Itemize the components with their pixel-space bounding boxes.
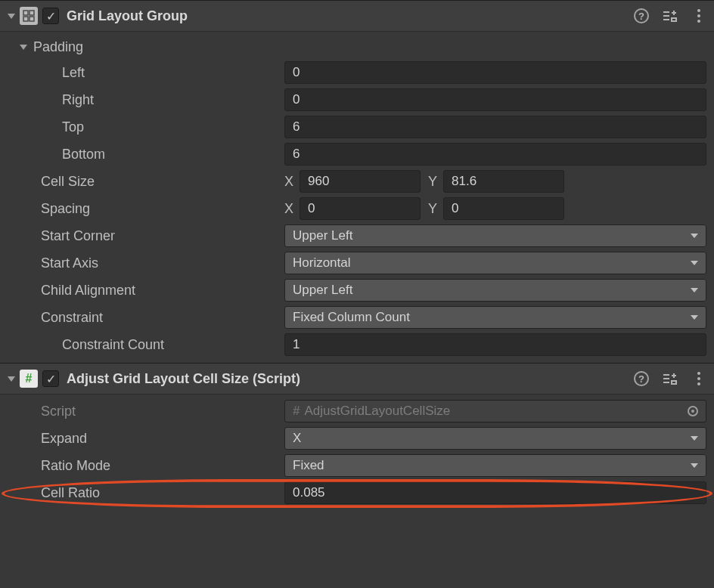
chevron-down-icon	[691, 463, 698, 468]
padding-left-label: Left	[5, 65, 284, 81]
dropdown-value: Upper Left	[293, 283, 352, 298]
component-title: Adjust Grid Layout Cell Size (Script)	[67, 371, 634, 387]
spacing-label: Spacing	[5, 201, 284, 217]
child-alignment-label: Child Alignment	[5, 283, 284, 299]
ratio-mode-dropdown[interactable]: Fixed	[284, 454, 706, 477]
padding-top-input[interactable]: 6	[284, 116, 706, 138]
foldout-icon[interactable]	[8, 14, 15, 19]
script-field-label: Script	[5, 404, 284, 419]
adjust-script-body: Script # AdjustGridLayoutCellSize Expand…	[0, 395, 714, 511]
svg-rect-3	[29, 17, 34, 21]
help-icon[interactable]: ?	[634, 8, 649, 23]
cell-ratio-label: Cell Ratio	[5, 485, 284, 501]
padding-top-label: Top	[5, 119, 284, 135]
script-icon: #	[20, 370, 38, 388]
chevron-down-icon	[691, 436, 698, 441]
dropdown-value: Horizontal	[293, 255, 351, 271]
chevron-down-icon	[691, 261, 698, 265]
script-object-value: AdjustGridLayoutCellSize	[304, 404, 450, 419]
cell-ratio-input[interactable]: 0.085	[284, 481, 706, 504]
expand-label: Expand	[5, 431, 284, 447]
child-alignment-dropdown[interactable]: Upper Left	[284, 279, 706, 302]
svg-rect-4	[672, 18, 676, 21]
ratio-mode-label: Ratio Mode	[5, 458, 284, 474]
object-picker-icon[interactable]	[688, 406, 698, 416]
cell-size-y-input[interactable]: 81.6	[443, 170, 564, 193]
grid-layout-body: Padding Left 0 Right 0 Top 6 Bottom 6 Ce…	[0, 32, 714, 363]
expand-dropdown[interactable]: X	[284, 427, 706, 450]
padding-bottom-label: Bottom	[5, 147, 284, 162]
spacing-x-label: X	[284, 201, 293, 217]
component-header-grid-layout-group[interactable]: ✓ Grid Layout Group ?	[0, 0, 714, 32]
cell-size-label: Cell Size	[5, 174, 284, 190]
padding-right-input[interactable]: 0	[284, 88, 706, 111]
component-title: Grid Layout Group	[67, 8, 634, 24]
help-icon[interactable]: ?	[634, 371, 649, 386]
cell-size-x-input[interactable]: 960	[300, 170, 421, 193]
constraint-count-label: Constraint Count	[5, 337, 284, 353]
kebab-menu-icon[interactable]	[691, 9, 706, 23]
preset-icon[interactable]	[663, 372, 678, 385]
spacing-y-input[interactable]: 0	[443, 197, 564, 220]
enable-checkbox[interactable]: ✓	[42, 8, 59, 24]
constraint-count-input[interactable]: 1	[284, 333, 706, 356]
dropdown-value: X	[293, 431, 301, 446]
svg-rect-0	[23, 11, 28, 15]
padding-bottom-input[interactable]: 6	[284, 143, 706, 166]
enable-checkbox[interactable]: ✓	[42, 370, 59, 387]
foldout-icon[interactable]	[8, 376, 15, 382]
svg-rect-1	[29, 11, 34, 15]
constraint-dropdown[interactable]: Fixed Column Count	[284, 306, 706, 329]
spacing-x-input[interactable]: 0	[300, 197, 421, 220]
dropdown-value: Fixed	[293, 458, 324, 473]
svg-rect-2	[23, 17, 28, 21]
script-icon-small: #	[293, 404, 300, 419]
kebab-menu-icon[interactable]	[691, 372, 706, 385]
spacing-y-label: Y	[428, 201, 437, 217]
start-corner-label: Start Corner	[5, 228, 284, 244]
cell-size-x-label: X	[284, 174, 293, 190]
chevron-down-icon	[691, 288, 698, 292]
padding-label: Padding	[33, 39, 83, 55]
padding-foldout-icon[interactable]	[20, 45, 27, 50]
cell-size-y-label: Y	[428, 174, 437, 190]
start-axis-dropdown[interactable]: Horizontal	[284, 252, 706, 274]
chevron-down-icon	[691, 315, 698, 320]
grid-icon	[20, 7, 38, 25]
preset-icon[interactable]	[663, 9, 678, 23]
chevron-down-icon	[691, 234, 698, 238]
svg-rect-5	[672, 381, 676, 384]
constraint-label: Constraint	[5, 310, 284, 326]
start-corner-dropdown[interactable]: Upper Left	[284, 224, 706, 247]
script-object-field[interactable]: # AdjustGridLayoutCellSize	[284, 400, 706, 422]
dropdown-value: Fixed Column Count	[293, 310, 410, 325]
padding-right-label: Right	[5, 92, 284, 108]
dropdown-value: Upper Left	[293, 228, 352, 243]
start-axis-label: Start Axis	[5, 255, 284, 271]
component-header-adjust-script[interactable]: # ✓ Adjust Grid Layout Cell Size (Script…	[0, 363, 714, 395]
padding-left-input[interactable]: 0	[284, 61, 706, 84]
